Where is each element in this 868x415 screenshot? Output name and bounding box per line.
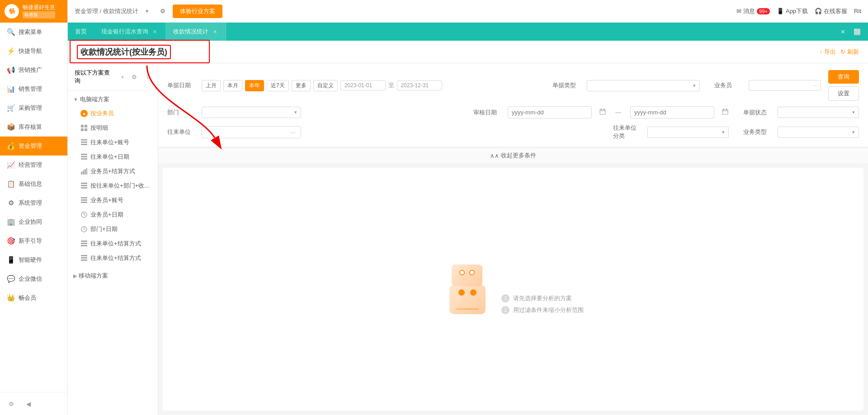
collapse-filters-button[interactable]: ∧∧ 收起更多条件 — [158, 147, 868, 163]
svg-rect-29 — [81, 255, 87, 256]
export-button[interactable]: ↑ 导出 — [820, 48, 836, 56]
review-date-start[interactable] — [508, 106, 592, 118]
salesperson-select[interactable]: ··· — [749, 80, 821, 91]
more-date-btn[interactable]: 更多 — [292, 80, 311, 91]
finance-icon: 💰 — [7, 142, 15, 150]
sidebar-item-enterprise[interactable]: 🏢 企业协同 — [0, 212, 67, 231]
message-icon: ✉ — [736, 8, 741, 14]
doc-status-select[interactable]: ▾ — [778, 107, 859, 118]
svg-line-22 — [84, 215, 85, 216]
scheme-by-salesperson[interactable]: ● 按业务员 — [68, 106, 158, 121]
query-button[interactable]: 查询 — [828, 70, 859, 84]
scheme-panel: 按以下方案查询 + ⚙ 《 ▼ 电脑端方案 ● — [68, 63, 158, 415]
message-button[interactable]: ✉ 消息 99+ — [736, 7, 770, 15]
scheme-by-detail[interactable]: 按明细 — [68, 121, 158, 135]
guide-icon: 🎯 — [7, 237, 15, 245]
sidebar-item-guide[interactable]: 🎯 新手引导 — [0, 231, 67, 250]
tab-bank-flow[interactable]: 现金银行流水查询 ✕ — [94, 23, 166, 41]
sidebar-footer: ⚙ ◀ — [0, 392, 67, 415]
last-7-days-btn[interactable]: 近7天 — [267, 80, 289, 91]
sales-icon: 📊 — [7, 85, 15, 93]
content-area: 收款情况统计(按业务员) ↑ 导出 ↻ 刷新 按以下方案查询 + — [68, 41, 868, 415]
sidebar-item-operation[interactable]: 📈 经营管理 — [0, 156, 67, 174]
sidebar-item-hardware[interactable]: 📱 智能硬件 — [0, 250, 67, 269]
empty-state-content: 1 请先选择要分析的方案 2 用过滤条件来缩小分析范围 — [443, 264, 584, 314]
collapse-sidebar-button[interactable]: ◀ — [22, 397, 35, 410]
sidebar-item-search[interactable]: 🔍 搜索菜单 — [0, 23, 67, 42]
sidebar-item-finance[interactable]: 💰 资金管理 — [0, 137, 67, 156]
sidebar-item-system[interactable]: ⚙ 系统管理 — [0, 193, 67, 212]
scheme-unit-date[interactable]: 往来单位+日期 — [68, 150, 158, 164]
scheme-dept-date[interactable]: 部门+日期 — [68, 222, 158, 236]
svg-rect-17 — [81, 197, 87, 198]
hint-item-2: 2 用过滤条件来缩小分析范围 — [501, 306, 584, 314]
svg-rect-3 — [85, 128, 87, 131]
sidebar-item-member[interactable]: 👑 畅会员 — [0, 288, 67, 307]
tab-home[interactable]: 首页 — [68, 23, 94, 41]
tab-close-bank-flow[interactable]: ✕ — [151, 28, 158, 35]
refresh-button[interactable]: ↻ 刷新 — [840, 48, 859, 56]
filter-area: 单据日期 上月 本月 本年 近7天 更多 自定义 至 — [158, 63, 868, 415]
tab-close-collection-stat[interactable]: ✕ — [211, 28, 218, 35]
filter-row-2: 部门 ▾ 审核日期 — — [167, 106, 859, 118]
scheme-salesperson-date[interactable]: 业务员+日期 — [68, 208, 158, 222]
settings-button[interactable]: 设置 — [828, 86, 859, 101]
active-indicator: ● — [80, 110, 88, 117]
close-window-button[interactable]: ✕ — [836, 25, 849, 38]
scheme-salesperson-settle[interactable]: 业务员+结算方式 — [68, 164, 158, 179]
breadcrumb-dropdown[interactable]: ▾ — [142, 6, 153, 17]
sidebar-item-marketing[interactable]: 📢 营销推广 — [0, 61, 67, 80]
last-month-btn[interactable]: 上月 — [202, 80, 221, 91]
sidebar-item-inventory[interactable]: 📦 库存核算 — [0, 118, 67, 137]
topbar-right: ✉ 消息 99+ 📱 App下载 🎧 在线客服 Rit — [736, 7, 861, 15]
trial-btn[interactable]: 体验行业方案 — [173, 5, 222, 18]
unit-select[interactable]: ··· — [202, 126, 301, 138]
svg-rect-7 — [81, 154, 87, 155]
sidebar-item-wechat[interactable]: 💬 企业微信 — [0, 269, 67, 288]
scheme-unit-settle2[interactable]: 往来单位+结算方式 — [68, 251, 158, 265]
tab-collection-stat[interactable]: 收款情况统计 ✕ — [166, 23, 226, 41]
sidebar-item-purchase[interactable]: 🛒 采购管理 — [0, 99, 67, 118]
online-service-button[interactable]: 🎧 在线客服 — [815, 7, 847, 15]
user-name[interactable]: Rit — [854, 8, 861, 14]
dept-select[interactable]: ▾ — [202, 107, 301, 118]
review-date-end[interactable] — [630, 106, 714, 118]
doc-status-label: 单据状态 — [743, 108, 770, 117]
download-icon: 📱 — [777, 8, 784, 14]
topbar: 资金管理 / 收款情况统计 ▾ ⚙ 体验行业方案 ✉ 消息 99+ 📱 App下… — [68, 0, 868, 23]
scheme-unit-dept-collect[interactable]: 按往来单位+部门+收... — [68, 179, 158, 193]
member-icon: 👑 — [7, 294, 15, 302]
sidebar-item-quick-nav[interactable]: ⚡ 快捷导航 — [0, 42, 67, 61]
scheme-collapse-button[interactable]: 《 — [141, 72, 151, 82]
gear-button[interactable]: ⚙ — [156, 5, 169, 18]
desktop-group-header[interactable]: ▼ 电脑端方案 — [68, 93, 158, 106]
app-download-button[interactable]: 📱 App下载 — [777, 7, 808, 15]
sidebar-item-sales[interactable]: 📊 销售管理 — [0, 80, 67, 99]
mobile-group-header[interactable]: ▶ 移动端方案 — [68, 269, 158, 283]
sidebar-item-basic[interactable]: 📋 基础信息 — [0, 174, 67, 193]
robot-head — [452, 264, 482, 286]
this-year-btn[interactable]: 本年 — [245, 80, 264, 91]
this-month-btn[interactable]: 本月 — [223, 80, 242, 91]
expand-window-button[interactable]: ⬜ — [851, 25, 863, 38]
scheme-settings-button[interactable]: ⚙ — [129, 72, 139, 82]
doc-type-select[interactable]: ▾ — [587, 80, 700, 91]
unit-classify-select[interactable]: ▾ — [647, 127, 729, 138]
unit-classify-arrow: ▾ — [722, 129, 725, 135]
biz-type-select[interactable]: ▾ — [778, 127, 859, 138]
export-icon: ↑ — [820, 48, 823, 55]
scheme-unit-account[interactable]: 往来单位+账号 — [68, 135, 158, 150]
add-scheme-button[interactable]: + — [118, 72, 127, 82]
unit-label: 往来单位 — [167, 128, 194, 136]
custom-date-btn[interactable]: 自定义 — [313, 80, 338, 91]
scheme-unit-settle1[interactable]: 往来单位+结算方式 — [68, 236, 158, 251]
logo-badge: 标准版 — [23, 11, 55, 19]
date-start-input[interactable] — [340, 80, 386, 90]
empty-hints: 1 请先选择要分析的方案 2 用过滤条件来缩小分析范围 — [501, 294, 584, 314]
unit-dots[interactable]: ··· — [288, 129, 297, 136]
date-end-input[interactable] — [397, 80, 442, 90]
svg-rect-14 — [81, 183, 87, 184]
settings-footer-button[interactable]: ⚙ — [5, 397, 18, 410]
svg-rect-30 — [81, 257, 87, 259]
scheme-salesperson-account[interactable]: 业务员+账号 — [68, 193, 158, 208]
